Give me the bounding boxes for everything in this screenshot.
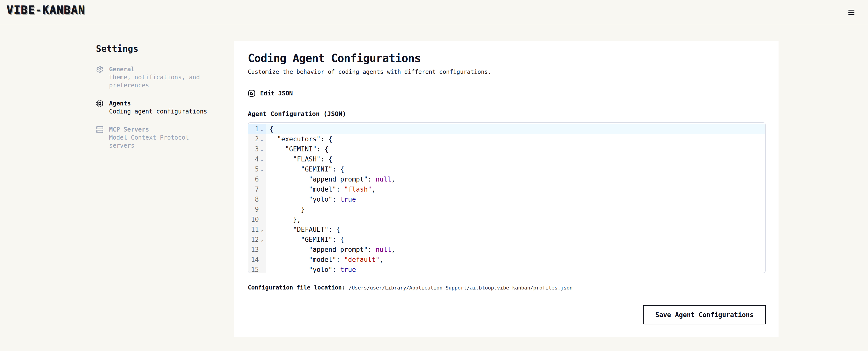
line-number: 13: [248, 245, 259, 255]
line-number-gutter: 5⌄: [248, 164, 266, 174]
main-panel: Coding Agent Configurations Customize th…: [234, 41, 778, 337]
sidebar-item-label: Agents: [109, 99, 207, 107]
code-line-content: "GEMINI": {: [266, 235, 765, 245]
code-line-content: "GEMINI": {: [266, 164, 765, 174]
edit-json-toggle[interactable]: Edit JSON: [248, 90, 293, 97]
code-editor-lines: 1⌄{2⌄ "executors": {3⌄ "GEMINI": {4⌄ "FL…: [248, 123, 765, 273]
code-line-content: "model": "default",: [266, 255, 765, 265]
line-number: 14: [248, 255, 259, 265]
sidebar-item-description: Model Context Protocol servers: [109, 134, 215, 150]
sidebar-item-description: Coding agent configurations: [109, 107, 207, 115]
fold-chevron-icon[interactable]: ⌄: [259, 164, 265, 174]
line-number-gutter: 7: [248, 184, 266, 194]
code-line[interactable]: 3⌄ "GEMINI": {: [248, 144, 765, 154]
line-number-gutter: 15: [248, 265, 266, 273]
edit-json-label: Edit JSON: [260, 90, 293, 97]
fold-chevron-icon[interactable]: ⌄: [259, 124, 265, 134]
code-line[interactable]: 13 "append_prompt": null,: [248, 245, 765, 255]
code-line[interactable]: 15 "yolo": true: [248, 265, 765, 273]
sidebar-item-general[interactable]: General Theme, notifications, and prefer…: [96, 65, 217, 90]
gear-icon: [96, 66, 103, 73]
line-number: 1: [248, 124, 259, 134]
code-line-content: "yolo": true: [266, 194, 765, 204]
code-line[interactable]: 7 "model": "flash",: [248, 184, 765, 194]
sidebar-item-agents[interactable]: Agents Coding agent configurations: [96, 99, 217, 115]
code-line[interactable]: 4⌄ "FLASH": {: [248, 154, 765, 164]
code-line[interactable]: 5⌄ "GEMINI": {: [248, 164, 765, 174]
code-line-content: "model": "flash",: [266, 184, 765, 194]
line-number: 5: [248, 164, 259, 174]
code-line[interactable]: 2⌄ "executors": {: [248, 134, 765, 144]
page-title: Coding Agent Configurations: [248, 52, 766, 65]
fold-chevron-icon[interactable]: ⌄: [259, 144, 265, 154]
code-line-content: "yolo": true: [266, 265, 765, 273]
code-line-content: "DEFAULT": {: [266, 224, 765, 235]
line-number: 7: [248, 184, 259, 194]
sidebar-item-label: General: [109, 65, 215, 73]
json-code-editor[interactable]: 1⌄{2⌄ "executors": {3⌄ "GEMINI": {4⌄ "FL…: [248, 122, 766, 273]
line-number-gutter: 12⌄: [248, 235, 266, 245]
line-number: 10: [248, 214, 259, 224]
square-pen-icon: [248, 90, 255, 97]
code-line-content: },: [266, 214, 765, 224]
sidebar-title: Settings: [96, 43, 217, 54]
code-line-content: }: [266, 204, 765, 214]
sidebar-item-label: MCP Servers: [109, 126, 215, 134]
code-line[interactable]: 8 "yolo": true: [248, 194, 765, 204]
fold-chevron-icon[interactable]: ⌄: [259, 134, 265, 144]
file-location-path: /Users/user/Library/Application Support/…: [349, 285, 573, 291]
line-number: 3: [248, 144, 259, 154]
settings-sidebar: Settings General Theme, notifications, a…: [96, 43, 217, 160]
line-number: 15: [248, 265, 259, 273]
line-number-gutter: 13: [248, 245, 266, 255]
file-location-label: Configuration file location:: [248, 284, 345, 291]
fold-chevron-icon[interactable]: ⌄: [259, 224, 265, 235]
line-number-gutter: 9: [248, 204, 266, 214]
code-line[interactable]: 6 "append_prompt": null,: [248, 174, 765, 184]
sidebar-item-mcp-servers[interactable]: MCP Servers Model Context Protocol serve…: [96, 126, 217, 150]
fold-chevron-icon[interactable]: ⌄: [259, 235, 265, 245]
line-number-gutter: 11⌄: [248, 224, 266, 235]
server-icon: [96, 126, 103, 133]
save-agent-configurations-button[interactable]: Save Agent Configurations: [643, 305, 766, 324]
line-number: 6: [248, 174, 259, 184]
code-line-content: "append_prompt": null,: [266, 174, 765, 184]
code-line[interactable]: 1⌄{: [248, 124, 765, 134]
line-number-gutter: 8: [248, 194, 266, 204]
code-line-content: "append_prompt": null,: [266, 245, 765, 255]
code-line-content: {: [266, 124, 765, 134]
code-line[interactable]: 9 }: [248, 204, 765, 214]
page-subtitle: Customize the behavior of coding agents …: [248, 68, 766, 76]
hamburger-icon: [848, 10, 855, 10]
line-number-gutter: 10: [248, 214, 266, 224]
line-number-gutter: 2⌄: [248, 134, 266, 144]
line-number-gutter: 6: [248, 174, 266, 184]
line-number: 11: [248, 224, 259, 235]
code-line-content: "FLASH": {: [266, 154, 765, 164]
line-number-gutter: 14: [248, 255, 266, 265]
code-line[interactable]: 11⌄ "DEFAULT": {: [248, 224, 765, 235]
line-number-gutter: 1⌄: [248, 124, 266, 134]
line-number-gutter: 4⌄: [248, 154, 266, 164]
line-number: 4: [248, 154, 259, 164]
code-line[interactable]: 10 },: [248, 214, 765, 224]
menu-button[interactable]: [848, 8, 856, 16]
file-location-row: Configuration file location: /Users/user…: [248, 284, 766, 291]
line-number: 9: [248, 204, 259, 214]
code-line[interactable]: 14 "model": "default",: [248, 255, 765, 265]
line-number: 2: [248, 134, 259, 144]
app-logo[interactable]: VIBE-KANBAN: [6, 3, 85, 16]
settings-nav: General Theme, notifications, and prefer…: [96, 65, 217, 150]
app-header: VIBE-KANBAN: [0, 0, 868, 24]
fold-chevron-icon[interactable]: ⌄: [259, 154, 265, 164]
code-line-content: "GEMINI": {: [266, 144, 765, 154]
editor-label: Agent Configuration (JSON): [248, 110, 766, 118]
code-line[interactable]: 12⌄ "GEMINI": {: [248, 235, 765, 245]
sidebar-item-description: Theme, notifications, and preferences: [109, 73, 215, 90]
line-number-gutter: 3⌄: [248, 144, 266, 154]
line-number: 12: [248, 235, 259, 245]
code-line-content: "executors": {: [266, 134, 765, 144]
line-number: 8: [248, 194, 259, 204]
cpu-icon: [96, 100, 103, 107]
